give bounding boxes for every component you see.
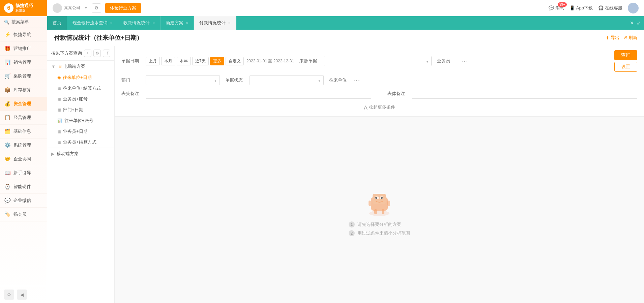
scheme-item-dept-date[interactable]: ▦ 部门+日期 — [47, 104, 114, 115]
tab-new-scheme[interactable]: 新建方案 × — [160, 16, 194, 30]
enterprise-icon: 🤝 — [4, 156, 11, 162]
user-avatar[interactable] — [628, 3, 639, 13]
sidebar-item-quick-nav[interactable]: ⚡ 快捷导航 — [0, 28, 47, 42]
sidebar-search[interactable]: 🔍 搜索菜单 — [0, 16, 47, 28]
svg-rect-7 — [369, 201, 371, 206]
scheme-item-unit-settle-label: 往来单位+结算方式 — [63, 85, 101, 91]
settings-button[interactable]: 设置 — [614, 62, 637, 72]
tab-bank-flow[interactable]: 现金银行流水查询 × — [67, 16, 118, 30]
export-button[interactable]: ⬆ 导出 — [606, 35, 619, 41]
sidebar-item-capital[interactable]: 💰 资金管理 — [0, 97, 47, 111]
sidebar-item-label: 营销推广 — [13, 46, 31, 52]
scheme-item-staff-date[interactable]: ▦ 业务员+日期 — [47, 126, 114, 137]
scheme-add-button[interactable]: + — [84, 50, 91, 57]
tab-expand-button[interactable]: ⤢ — [637, 20, 641, 26]
tab-payment-stats-close[interactable]: × — [228, 21, 230, 25]
sidebar-item-label: 采购管理 — [13, 73, 31, 79]
page-title: 付款情况统计（往来单位+日期） — [54, 34, 143, 42]
sidebar-item-label: 新手引导 — [13, 170, 31, 176]
scheme-item-unit-date[interactable]: ◉ 往来单位+日期 — [47, 72, 114, 83]
sidebar-item-wechat[interactable]: 💬 企业微信 — [0, 194, 47, 208]
scheme-item-unit-account[interactable]: 📊 往来单位+账号 — [47, 115, 114, 126]
query-button[interactable]: 查询 — [614, 50, 637, 60]
tab-close-all-button[interactable]: ✕ — [630, 20, 634, 26]
topbar-gear-button[interactable]: ⚙ — [92, 3, 101, 13]
unit-dots-button[interactable]: ··· — [353, 77, 360, 84]
empty-tip-1: 1 请先选择要分析的方案 — [349, 221, 410, 228]
sidebar-item-hardware[interactable]: ⌚ 智能硬件 — [0, 180, 47, 194]
svg-point-5 — [375, 197, 377, 199]
messages-button[interactable]: 💬 消息 99+ — [549, 5, 564, 11]
staff-dots-button[interactable]: ··· — [461, 58, 468, 65]
sidebar-item-guide[interactable]: 📖 新手引导 — [0, 166, 47, 180]
refresh-icon: ↺ — [623, 35, 627, 40]
sidebar-item-purchase[interactable]: 🛒 采购管理 — [0, 69, 47, 83]
topbar: 某某公司 ▼ ⚙ 体验行业方案 💬 消息 99+ 📱 App下载 🎧 在线客服 — [47, 0, 644, 16]
scheme-settings-button[interactable]: ⚙ — [93, 50, 101, 57]
scheme-item-staff-date-icon: ▦ — [57, 129, 61, 134]
scheme-item-unit-settle[interactable]: ▦ 往来单位+结算方式 — [47, 83, 114, 94]
header-note-input[interactable] — [146, 89, 371, 99]
empty-tips: 1 请先选择要分析的方案 2 用过滤条件来缩小分析范围 — [349, 221, 410, 236]
scheme-collapse-button[interactable]: 《 — [103, 50, 110, 57]
content-area: 按以下方案查询 + ⚙ 《 ▼ 🖥 电脑端方案 ◉ 往来单位+日期 ▦ 往来单位… — [47, 46, 644, 303]
export-icon: ⬆ — [606, 35, 609, 40]
date-more-button[interactable]: 更多 — [210, 57, 224, 65]
body-note-input[interactable] — [412, 89, 637, 99]
collapse-filter-button[interactable]: ⋀ 收起更多条件 — [121, 102, 637, 112]
date-this-year-button[interactable]: 本年 — [177, 57, 191, 65]
date-7days-button[interactable]: 近7天 — [192, 57, 209, 65]
scheme-item-dept-date-label: 部门+日期 — [63, 107, 83, 113]
sidebar-item-sales[interactable]: 📊 销售管理 — [0, 56, 47, 69]
system-icon: ⚙️ — [4, 142, 11, 149]
scheme-item-staff-account[interactable]: ▦ 业务员+账号 — [47, 94, 114, 104]
sidebar-item-inventory[interactable]: 📦 库存核算 — [0, 83, 47, 97]
tab-new-scheme-label: 新建方案 — [166, 20, 183, 26]
sidebar-gear-button[interactable]: ⚙ — [4, 290, 14, 300]
sidebar-item-label: 库存核算 — [13, 87, 31, 93]
scheme-item-staff-settle[interactable]: ▦ 业务员+结算方式 — [47, 137, 114, 148]
tab-home[interactable]: 首页 — [47, 16, 67, 30]
dept-chevron-icon — [214, 78, 217, 83]
sidebar-item-operations[interactable]: 📋 经营管理 — [0, 111, 47, 125]
desktop-arrow-icon: ▼ — [51, 64, 56, 69]
tab-payment-stats[interactable]: 付款情况统计 × — [194, 16, 236, 30]
sidebar-item-label: 快捷导航 — [13, 32, 31, 38]
trial-button[interactable]: 体验行业方案 — [105, 3, 141, 13]
sidebar-item-enterprise[interactable]: 🤝 企业协同 — [0, 152, 47, 166]
desktop-section[interactable]: ▼ 🖥 电脑端方案 — [47, 61, 114, 72]
sidebar: 6 畅捷通巧 标准版 🔍 搜索菜单 ⚡ 快捷导航 🎁 营销推广 📊 销售管理 🛒… — [0, 0, 47, 303]
main-area: 某某公司 ▼ ⚙ 体验行业方案 💬 消息 99+ 📱 App下载 🎧 在线客服 … — [47, 0, 644, 303]
tab-new-scheme-close[interactable]: × — [186, 21, 188, 25]
mobile-arrow-icon: ▶ — [51, 151, 55, 156]
tab-receipt-stats-label: 收款情况统计 — [123, 20, 150, 26]
refresh-button[interactable]: ↺ 刷新 — [623, 35, 637, 41]
topbar-dropdown-icon[interactable]: ▼ — [84, 6, 88, 10]
sidebar-collapse-button[interactable]: ◀ — [17, 290, 27, 300]
date-last-month-button[interactable]: 上月 — [146, 57, 160, 65]
sidebar-item-marketing[interactable]: 🎁 营销推广 — [0, 42, 47, 56]
status-select[interactable] — [250, 75, 324, 85]
mobile-section[interactable]: ▶ 移动端方案 — [47, 148, 114, 159]
sidebar-item-basic-info[interactable]: 🗂️ 基础信息 — [0, 125, 47, 139]
online-service-button[interactable]: 🎧 在线客服 — [598, 5, 622, 11]
app-download-button[interactable]: 📱 App下载 — [569, 5, 593, 11]
sidebar-item-member[interactable]: 🏷️ 畅会员 — [0, 208, 47, 221]
date-label: 单据日期 — [121, 58, 140, 64]
quick-nav-icon: ⚡ — [4, 31, 11, 38]
filter-row-2: 部门 单据状态 往来单位 ··· — [121, 75, 637, 85]
header-actions: ⬆ 导出 ↺ 刷新 — [606, 35, 637, 41]
query-area: 查询 设置 — [614, 50, 637, 72]
date-this-month-button[interactable]: 本月 — [161, 57, 175, 65]
tab-bank-flow-close[interactable]: × — [110, 21, 112, 25]
sidebar-item-system[interactable]: ⚙️ 系统管理 — [0, 139, 47, 152]
tab-receipt-stats-close[interactable]: × — [152, 21, 154, 25]
date-custom-button[interactable]: 自定义 — [226, 57, 244, 65]
message-icon: 💬 — [549, 5, 554, 10]
scheme-item-unit-date-label: 往来单位+日期 — [63, 74, 92, 81]
page-header: 付款情况统计（往来单位+日期） ⬆ 导出 ↺ 刷新 — [47, 30, 644, 46]
source-select[interactable] — [324, 56, 432, 66]
sidebar-bottom: ⚙ ◀ — [0, 286, 47, 303]
dept-select[interactable] — [146, 75, 220, 85]
tab-receipt-stats[interactable]: 收款情况统计 × — [118, 16, 160, 30]
